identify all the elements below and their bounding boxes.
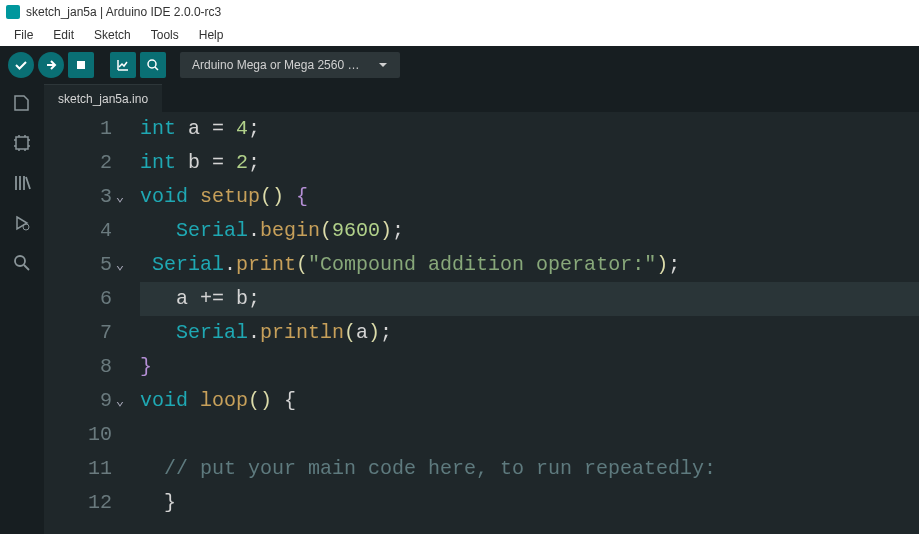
- board-selector-label: Arduino Mega or Mega 2560 …: [192, 58, 359, 72]
- code-body[interactable]: int a = 4;int b = 2;void setup() { Seria…: [134, 112, 919, 534]
- debug-button[interactable]: [68, 52, 94, 78]
- gutter: 123⌄45⌄6789⌄101112: [44, 112, 134, 534]
- activity-sidebar: [0, 84, 44, 534]
- tab-sketch[interactable]: sketch_jan5a.ino: [44, 84, 162, 112]
- verify-button[interactable]: [8, 52, 34, 78]
- svg-point-3: [23, 224, 29, 230]
- svg-rect-0: [77, 61, 85, 69]
- library-manager-icon[interactable]: [11, 172, 33, 194]
- fold-chevron-icon[interactable]: ⌄: [112, 384, 128, 418]
- line-number: 12: [44, 486, 134, 520]
- editor-area: sketch_jan5a.ino 123⌄45⌄6789⌄101112 int …: [44, 84, 919, 534]
- sketchbook-icon[interactable]: [11, 92, 33, 114]
- menu-sketch[interactable]: Sketch: [84, 26, 141, 44]
- square-icon: [75, 59, 87, 71]
- menu-help[interactable]: Help: [189, 26, 234, 44]
- title-bar: sketch_jan5a | Arduino IDE 2.0.0-rc3: [0, 0, 919, 24]
- boards-manager-icon[interactable]: [11, 132, 33, 154]
- line-number: 1: [44, 112, 134, 146]
- chevron-down-icon: [378, 60, 388, 70]
- fold-chevron-icon[interactable]: ⌄: [112, 180, 128, 214]
- line-number: 8: [44, 350, 134, 384]
- svg-point-4: [15, 256, 25, 266]
- code-line[interactable]: Serial.print("Compound addition operator…: [140, 248, 919, 282]
- serial-monitor-button[interactable]: [140, 52, 166, 78]
- code-line[interactable]: [140, 418, 919, 452]
- menu-tools[interactable]: Tools: [141, 26, 189, 44]
- window-title: sketch_jan5a | Arduino IDE 2.0.0-rc3: [26, 5, 221, 19]
- code-line[interactable]: int b = 2;: [140, 146, 919, 180]
- line-number: 2: [44, 146, 134, 180]
- search-icon[interactable]: [11, 252, 33, 274]
- monitor-icon: [146, 58, 160, 72]
- code-line[interactable]: void loop() {: [140, 384, 919, 418]
- line-number: 11: [44, 452, 134, 486]
- code-line[interactable]: int a = 4;: [140, 112, 919, 146]
- code-line[interactable]: }: [140, 486, 919, 520]
- line-number: 3⌄: [44, 180, 134, 214]
- menu-edit[interactable]: Edit: [43, 26, 84, 44]
- code-editor[interactable]: 123⌄45⌄6789⌄101112 int a = 4;int b = 2;v…: [44, 112, 919, 534]
- line-number: 4: [44, 214, 134, 248]
- line-number: 6: [44, 282, 134, 316]
- code-line[interactable]: void setup() {: [140, 180, 919, 214]
- arrow-right-icon: [44, 58, 58, 72]
- code-line[interactable]: a += b;: [140, 282, 919, 316]
- line-number: 9⌄: [44, 384, 134, 418]
- board-selector[interactable]: Arduino Mega or Mega 2560 …: [180, 52, 400, 78]
- toolbar: Arduino Mega or Mega 2560 …: [0, 46, 919, 84]
- menu-bar: File Edit Sketch Tools Help: [0, 24, 919, 46]
- check-icon: [14, 58, 28, 72]
- upload-button[interactable]: [38, 52, 64, 78]
- fold-chevron-icon[interactable]: ⌄: [112, 248, 128, 282]
- menu-file[interactable]: File: [4, 26, 43, 44]
- debug-icon[interactable]: [11, 212, 33, 234]
- app-icon: [6, 5, 20, 19]
- line-number: 7: [44, 316, 134, 350]
- code-line[interactable]: // put your main code here, to run repea…: [140, 452, 919, 486]
- svg-rect-2: [16, 137, 28, 149]
- editor-tabs: sketch_jan5a.ino: [44, 84, 919, 112]
- serial-plotter-button[interactable]: [110, 52, 136, 78]
- line-number: 10: [44, 418, 134, 452]
- tab-label: sketch_jan5a.ino: [58, 92, 148, 106]
- code-line[interactable]: Serial.println(a);: [140, 316, 919, 350]
- code-line[interactable]: Serial.begin(9600);: [140, 214, 919, 248]
- svg-point-1: [148, 60, 156, 68]
- plot-icon: [116, 58, 130, 72]
- code-line[interactable]: }: [140, 350, 919, 384]
- main-area: sketch_jan5a.ino 123⌄45⌄6789⌄101112 int …: [0, 84, 919, 534]
- line-number: 5⌄: [44, 248, 134, 282]
